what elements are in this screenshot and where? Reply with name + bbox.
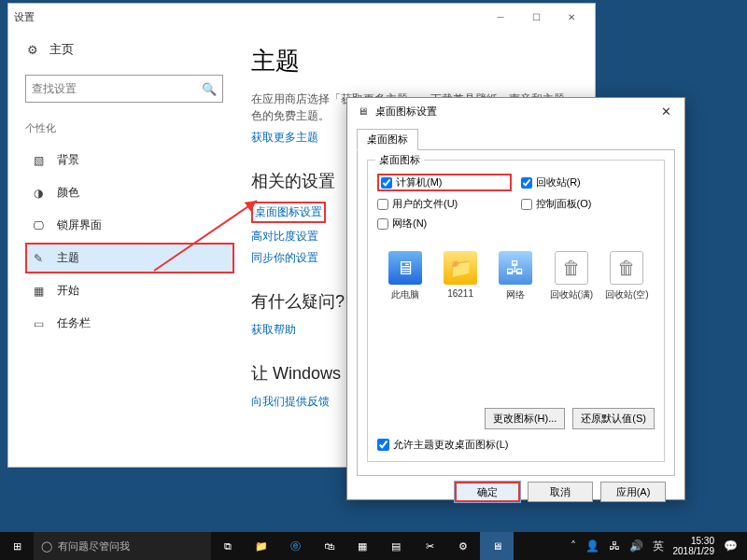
clock-date: 2018/1/29 [673, 546, 715, 556]
checkbox-controlpanel-input[interactable] [521, 199, 532, 210]
taskbar-app-running[interactable]: 🖥 [480, 532, 514, 560]
settings-title-bar: 设置 ─ ☐ ✕ [8, 4, 595, 30]
search-input[interactable] [32, 82, 202, 95]
checkbox-userfiles-input[interactable] [377, 199, 388, 210]
recyclebin-empty-icon: 🗑 [610, 251, 643, 285]
sidebar-item-label: 任务栏 [57, 315, 91, 331]
icon-thispc[interactable]: 🖥 此电脑 [380, 251, 430, 301]
icon-network[interactable]: 🖧 网络 [490, 251, 541, 301]
clock[interactable]: 15:30 2018/1/29 [673, 536, 715, 556]
sidebar-item-label: 主题 [57, 250, 79, 266]
gear-icon: ⚙ [25, 42, 40, 57]
task-view-button[interactable]: ⧉ [211, 532, 245, 560]
clock-time: 15:30 [673, 536, 715, 546]
checkbox-recyclebin[interactable]: 回收站(R) [521, 174, 655, 191]
checkbox-label: 用户的文件(U) [392, 197, 458, 211]
checkbox-label: 控制面板(O) [536, 197, 592, 211]
ime-indicator[interactable]: 英 [653, 539, 664, 554]
dialog-close-button[interactable]: ✕ [655, 105, 677, 119]
checkbox-controlpanel[interactable]: 控制面板(O) [521, 197, 655, 211]
ok-button[interactable]: 确定 [455, 482, 520, 502]
icon-recyclebin-full[interactable]: 🗑 回收站(满) [546, 251, 597, 301]
taskbar-app-generic[interactable]: ▦ [345, 532, 379, 560]
desktop-icon-settings-link[interactable]: 桌面图标设置 [251, 202, 326, 223]
cortana-search[interactable]: ◯ 有问题尽管问我 [34, 532, 211, 560]
taskbar-app-edge[interactable]: ⓔ [278, 532, 312, 560]
lock-icon: 🖵 [31, 218, 46, 233]
taskbar-app-generic[interactable]: ▤ [379, 532, 413, 560]
change-icon-button[interactable]: 更改图标(H)... [485, 408, 565, 429]
icon-label: 此电脑 [380, 288, 430, 301]
picture-icon: ▧ [31, 153, 46, 168]
tray-network-icon[interactable]: 🖧 [609, 539, 620, 553]
search-placeholder: 有问题尽管问我 [58, 539, 130, 553]
action-center-icon[interactable]: 💬 [724, 539, 738, 553]
sidebar-item-label: 开始 [57, 283, 79, 299]
checkbox-network[interactable]: 网络(N) [377, 217, 512, 231]
allow-themes-checkbox[interactable]: 允许主题更改桌面图标(L) [377, 438, 508, 452]
taskbar-app-snip[interactable]: ✂ [413, 532, 446, 560]
tray-chevron-icon[interactable]: ˄ [571, 539, 576, 553]
checkbox-computer[interactable]: 计算机(M) [377, 174, 512, 191]
maximize-button[interactable]: ☐ [518, 5, 554, 29]
network-icon: 🖧 [499, 251, 532, 285]
recyclebin-full-icon: 🗑 [555, 251, 588, 285]
icon-label: 16211 [435, 288, 486, 299]
theme-icon: ✎ [31, 251, 46, 266]
icon-recyclebin-empty[interactable]: 🗑 回收站(空) [601, 251, 652, 301]
sidebar-item-label: 背景 [57, 152, 79, 168]
checkbox-label: 回收站(R) [536, 175, 581, 189]
desktop-icon-group: 桌面图标 计算机(M) 回收站(R) 用户的文件(U) [367, 160, 665, 462]
icon-label: 回收站(空) [601, 288, 652, 301]
settings-sidebar: ⚙ 主页 🔍 个性化 ▧ 背景 ◑ 颜色 🖵 锁屏界面 ✎ 主题 [8, 30, 251, 467]
taskbar-icon: ▭ [31, 316, 46, 331]
folder-icon: 📁 [444, 251, 477, 285]
settings-search[interactable]: 🔍 [25, 75, 223, 103]
taskbar-app-settings[interactable]: ⚙ [446, 532, 480, 560]
taskbar-app-explorer[interactable]: 📁 [245, 532, 278, 560]
checkbox-label: 网络(N) [392, 217, 427, 231]
sidebar-item-background[interactable]: ▧ 背景 [25, 145, 234, 175]
sidebar-item-label: 锁屏界面 [57, 217, 102, 233]
icon-label: 网络 [490, 288, 541, 301]
checkbox-computer-input[interactable] [381, 177, 392, 189]
checkbox-userfiles[interactable]: 用户的文件(U) [377, 197, 512, 211]
sidebar-item-themes[interactable]: ✎ 主题 [25, 243, 234, 273]
minimize-button[interactable]: ─ [483, 5, 518, 29]
search-icon: 🔍 [202, 82, 217, 96]
apply-button[interactable]: 应用(A) [600, 482, 666, 502]
home-link[interactable]: ⚙ 主页 [25, 37, 234, 62]
sidebar-item-taskbar[interactable]: ▭ 任务栏 [25, 308, 234, 339]
close-button[interactable]: ✕ [554, 5, 589, 29]
palette-icon: ◑ [31, 186, 46, 201]
sidebar-item-start[interactable]: ▦ 开始 [25, 275, 234, 306]
allow-themes-input[interactable] [377, 439, 389, 451]
sidebar-item-lockscreen[interactable]: 🖵 锁屏界面 [25, 210, 234, 241]
sidebar-item-colors[interactable]: ◑ 颜色 [25, 177, 234, 208]
section-label: 个性化 [25, 121, 234, 135]
taskbar: ⊞ ◯ 有问题尽管问我 ⧉ 📁 ⓔ 🛍 ▦ ▤ ✂ ⚙ 🖥 ˄ 👤 🖧 🔊 英 … [0, 532, 747, 560]
dialog-icon: 🖥 [355, 104, 370, 119]
checkbox-label: 计算机(M) [396, 175, 443, 189]
tray-volume-icon[interactable]: 🔊 [629, 539, 643, 553]
tray-people-icon[interactable]: 👤 [585, 539, 599, 553]
dialog-title-bar: 🖥 桌面图标设置 ✕ [347, 98, 684, 124]
start-button[interactable]: ⊞ [0, 532, 34, 560]
checkbox-recyclebin-input[interactable] [521, 177, 532, 189]
dialog-footer: 确定 取消 应用(A) [357, 476, 675, 511]
computer-icon: 🖥 [388, 251, 422, 285]
restore-defaults-button[interactable]: 还原默认值(S) [572, 408, 655, 429]
page-title: 主题 [251, 45, 574, 77]
home-label: 主页 [49, 41, 74, 58]
cancel-button[interactable]: 取消 [528, 482, 593, 502]
tray: ˄ 👤 🖧 🔊 英 15:30 2018/1/29 💬 [571, 536, 748, 556]
checkbox-network-input[interactable] [377, 218, 388, 230]
tab-content: 桌面图标 计算机(M) 回收站(R) 用户的文件(U) [357, 149, 675, 476]
icon-userfolder[interactable]: 📁 16211 [435, 251, 486, 301]
dialog-title: 桌面图标设置 [375, 105, 437, 119]
icon-label: 回收站(满) [546, 288, 597, 301]
tab-desktop-icons[interactable]: 桌面图标 [357, 129, 418, 150]
start-icon: ▦ [31, 284, 46, 299]
taskbar-app-store[interactable]: 🛍 [312, 532, 345, 560]
checkbox-label: 允许主题更改桌面图标(L) [393, 438, 508, 452]
